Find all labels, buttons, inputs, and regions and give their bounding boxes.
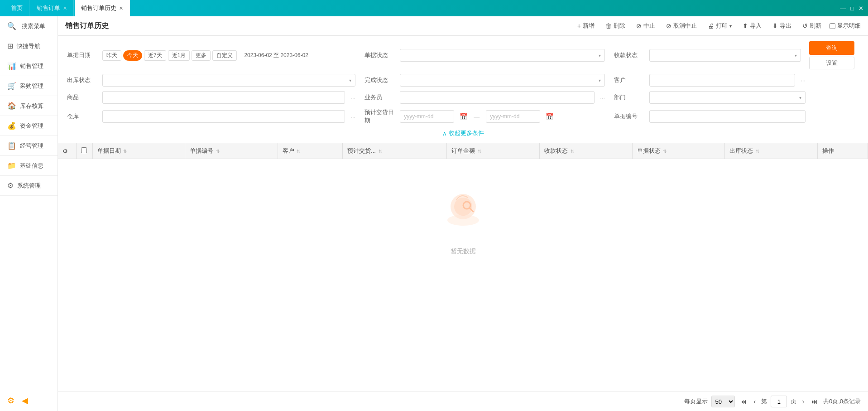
settings-bottom-icon[interactable]: ⚙	[7, 396, 14, 406]
customer-dots[interactable]: ···	[801, 77, 806, 84]
th-doc-status-sort[interactable]: ⇅	[663, 149, 667, 154]
goods-input[interactable]	[102, 91, 345, 104]
sidebar-item-base-info[interactable]: 📁 基础信息	[0, 156, 58, 176]
tab-list: 首页 销售订单 ✕ 销售订单历史 ✕	[5, 0, 840, 16]
th-delivery-sort[interactable]: ⇅	[379, 149, 382, 154]
refresh-button[interactable]: ↺ 刷新	[800, 20, 824, 32]
date-btn-today[interactable]: 今天	[123, 50, 142, 61]
sidebar-search-menu[interactable]: 🔍 搜索菜单	[0, 16, 58, 36]
next-page-btn[interactable]: ›	[800, 397, 806, 406]
new-button[interactable]: + 新增	[575, 20, 597, 32]
salesperson-label: 业务员	[364, 93, 396, 102]
collapse-label: 收起更多条件	[449, 129, 484, 137]
maximize-icon[interactable]: □	[850, 5, 854, 12]
export-button[interactable]: ⬇ 导出	[770, 20, 794, 32]
th-customer-sort[interactable]: ⇅	[297, 149, 300, 154]
sidebar-item-sys-mgmt[interactable]: ⚙ 系统管理	[0, 176, 58, 196]
delivery-date-from[interactable]: yyyy-mm-dd	[400, 110, 454, 123]
tab-sales-history-close[interactable]: ✕	[119, 5, 123, 11]
date-btn-1month[interactable]: 近1月	[168, 50, 190, 61]
collapse-sidebar-icon[interactable]: ◀	[22, 396, 28, 406]
date-btn-yesterday[interactable]: 昨天	[102, 50, 121, 61]
table-footer: 每页显示 50 10 20 100 ⏮ ‹ 第 页 › ⏭ 共0页,0条记录	[58, 392, 868, 411]
tab-sales-history[interactable]: 销售订单历史 ✕	[75, 0, 130, 16]
display-cols-toggle[interactable]: 显示明细	[830, 22, 861, 30]
th-date-sort[interactable]: ⇅	[123, 149, 127, 154]
th-action: 操作	[817, 143, 868, 159]
page-size-select[interactable]: 50 10 20 100	[711, 396, 735, 407]
out-status-select[interactable]: ▾	[102, 74, 355, 87]
sidebar-item-quick-nav[interactable]: ⊞ 快捷导航	[0, 36, 58, 56]
tab-sales-order[interactable]: 销售订单 ✕	[30, 0, 74, 16]
sidebar-item-operations[interactable]: 📋 经营管理	[0, 136, 58, 156]
goods-dots[interactable]: ···	[350, 94, 355, 101]
main-layout: 🔍 搜索菜单 ⊞ 快捷导航 📊 销售管理 🛒 采购管理 🏠 库存核算 💰 资金管…	[0, 16, 868, 411]
doc-status-select[interactable]: ▾	[400, 49, 605, 62]
collapse-button[interactable]: ∧ 收起更多条件	[67, 129, 859, 137]
salesperson-dots[interactable]: ···	[600, 94, 605, 101]
set-button[interactable]: 设置	[809, 57, 854, 69]
import-button[interactable]: ⬆ 导入	[740, 20, 764, 32]
delete-button[interactable]: 🗑 删除	[603, 20, 628, 32]
data-table-container: ⚙ 单据日期 ⇅ 单据编号 ⇅	[58, 143, 868, 392]
minimize-icon[interactable]: —	[840, 5, 846, 12]
print-button[interactable]: 🖨 打印	[705, 20, 734, 32]
sidebar-item-finance[interactable]: 💰 资金管理	[0, 116, 58, 136]
toolbar: 销售订单历史 + 新增 🗑 删除 ⊘ 中止 ⊘ 取消中止	[58, 16, 868, 36]
goods-label: 商品	[67, 93, 99, 102]
prev-page-btn[interactable]: ‹	[752, 397, 758, 406]
tab-home[interactable]: 首页	[5, 0, 29, 16]
last-page-btn[interactable]: ⏭	[810, 397, 820, 406]
empty-icon	[441, 186, 486, 240]
delivery-date-to-cal[interactable]: 📅	[546, 113, 553, 120]
th-customer: 客户 ⇅	[278, 143, 342, 159]
salesperson-input[interactable]	[400, 91, 595, 104]
doc-no-input[interactable]	[649, 110, 806, 123]
stop-button[interactable]: ⊘ 中止	[633, 20, 658, 32]
new-icon: +	[577, 22, 581, 29]
first-page-btn[interactable]: ⏮	[739, 397, 748, 406]
customer-input[interactable]	[649, 74, 795, 87]
empty-text: 暂无数据	[451, 247, 476, 256]
sidebar-search-label: 搜索菜单	[22, 22, 45, 30]
filter-col-warehouse: 仓库 ···	[67, 110, 360, 123]
settings-col-icon[interactable]: ⚙	[62, 148, 68, 155]
th-amount-sort[interactable]: ⇅	[478, 149, 481, 154]
th-no: 单据编号 ⇅	[185, 143, 278, 159]
th-amount-label: 订单金额	[451, 147, 475, 154]
sidebar-item-inventory[interactable]: 🏠 库存核算	[0, 96, 58, 116]
date-buttons: 昨天 今天 近7天 近1月 更多 自定义	[102, 50, 237, 61]
th-payment-sort[interactable]: ⇅	[571, 149, 574, 154]
filter-col-salesperson: 业务员 ···	[360, 91, 609, 104]
date-btn-7days[interactable]: 近7天	[144, 50, 166, 61]
complete-status-select[interactable]: ▾	[400, 74, 605, 87]
export-label: 导出	[780, 22, 791, 30]
date-btn-custom[interactable]: 自定义	[212, 50, 237, 61]
complete-status-arrow: ▾	[599, 78, 601, 83]
delivery-date-from-cal[interactable]: 📅	[460, 113, 467, 120]
th-action-label: 操作	[822, 147, 834, 154]
th-no-label: 单据编号	[190, 147, 213, 154]
delivery-date-to[interactable]: yyyy-mm-dd	[486, 110, 540, 123]
sidebar-item-purchase-mgmt[interactable]: 🛒 采购管理	[0, 76, 58, 96]
warehouse-dots[interactable]: ···	[350, 113, 355, 120]
print-label: 打印	[716, 22, 728, 30]
th-out-status-sort[interactable]: ⇅	[756, 149, 759, 154]
display-cols-checkbox[interactable]	[830, 23, 835, 29]
filter-area: 单据日期 昨天 今天 近7天 近1月 更多 自定义 2023-06-02 至 2…	[58, 36, 868, 143]
payment-status-select[interactable]: ▾	[649, 49, 801, 62]
tab-sales-order-close[interactable]: ✕	[63, 5, 67, 11]
close-icon[interactable]: ✕	[858, 5, 863, 12]
base-info-icon: 📁	[7, 161, 16, 170]
th-no-sort[interactable]: ⇅	[216, 149, 220, 154]
sidebar-item-sales-mgmt[interactable]: 📊 销售管理	[0, 56, 58, 76]
page-label: 页	[791, 397, 796, 406]
warehouse-input[interactable]	[102, 110, 345, 123]
page-input[interactable]	[771, 396, 787, 407]
dept-select[interactable]: ▾	[649, 91, 806, 104]
cancel-stop-button[interactable]: ⊘ 取消中止	[663, 20, 700, 32]
query-button[interactable]: 查询	[809, 41, 854, 55]
th-doc-status-label: 单据状态	[637, 147, 661, 154]
select-all-checkbox[interactable]	[81, 147, 87, 153]
date-btn-more[interactable]: 更多	[192, 50, 211, 61]
